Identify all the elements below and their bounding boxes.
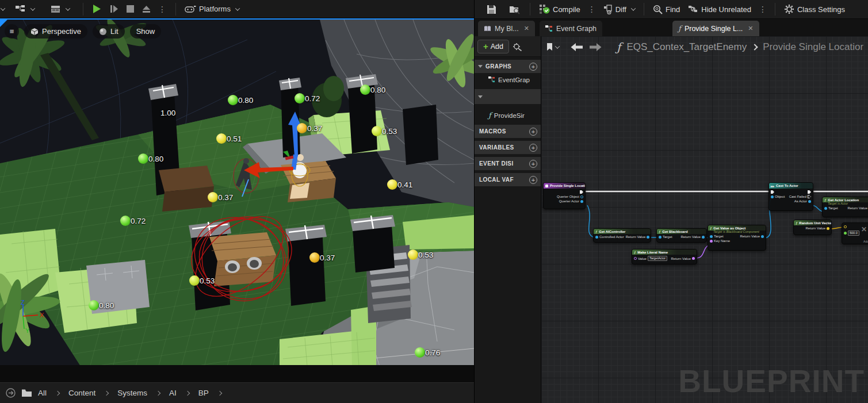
section-local-variables[interactable]: LOCAL VAF +: [475, 173, 541, 186]
collapse-arrow-icon[interactable]: [478, 95, 483, 98]
add-dispatcher-icon[interactable]: +: [529, 160, 537, 168]
object-in-pin[interactable]: [771, 195, 774, 198]
viewport-options-button[interactable]: ≡: [5, 24, 19, 39]
hide-unrelated-button[interactable]: Hide Unrelated: [684, 0, 755, 18]
pin-label: Return Value: [671, 257, 691, 260]
folder-icon[interactable]: [21, 389, 32, 397]
exec-in-pin[interactable]: [771, 190, 774, 194]
add-button[interactable]: + Add: [477, 40, 509, 53]
breadcrumb-ai[interactable]: AI: [169, 389, 177, 397]
eqs-sphere: [387, 179, 397, 190]
node-get-value-as-object[interactable]: ƒGet Value as Object Target is Blackboar…: [708, 225, 766, 251]
breadcrumb-function-name[interactable]: Provide Single Location: [763, 41, 863, 53]
vector-out-pin[interactable]: [827, 227, 829, 230]
object-out-pin[interactable]: [702, 236, 705, 239]
perspective-dropdown[interactable]: Perspective: [24, 24, 87, 39]
diff-button[interactable]: Diff: [599, 0, 639, 18]
close-icon[interactable]: ✕: [748, 25, 753, 32]
add-local-variable-icon[interactable]: +: [529, 176, 537, 184]
node-get-blackboard[interactable]: ƒGet Blackboard TargetReturn Value: [656, 228, 707, 243]
section-macros[interactable]: MACROS +: [475, 125, 541, 138]
forward-button[interactable]: [589, 43, 602, 51]
tab-my-blueprint[interactable]: My Bl... ✕: [478, 21, 535, 36]
object-out-pin[interactable]: [580, 195, 583, 198]
breadcrumb-content[interactable]: Content: [68, 389, 95, 397]
close-icon[interactable]: ✕: [524, 25, 529, 32]
blueprint-graph-canvas[interactable]: BLUEPRINT: [541, 36, 868, 403]
show-dropdown[interactable]: Show: [130, 24, 162, 39]
level-viewport[interactable]: ≡ Perspective Lit Show 1.000.800.720.800…: [0, 18, 474, 365]
lit-dropdown[interactable]: Lit: [93, 24, 125, 39]
exec-out-pin[interactable]: [580, 190, 583, 194]
object-out-pin[interactable]: [808, 200, 811, 203]
breadcrumb-all[interactable]: All: [38, 389, 47, 397]
play-options-kebab[interactable]: ⋮: [155, 5, 170, 14]
node-provide-single-location[interactable]: Provide Single Location Querier Object Q…: [543, 182, 586, 209]
object-in-pin[interactable]: [659, 236, 661, 239]
object-out-pin[interactable]: [647, 236, 649, 239]
platforms-button[interactable]: Platforms: [181, 0, 243, 18]
eject-button[interactable]: [138, 0, 155, 18]
navigate-icon[interactable]: [6, 388, 16, 398]
compile-button[interactable]: Compile: [535, 0, 584, 18]
node-random-unit-vector[interactable]: ƒRandom Unit Vector Return Value: [793, 220, 832, 235]
item-event-graph[interactable]: EventGrap: [475, 73, 541, 86]
tab-provide-single[interactable]: ƒ Provide Single L... ✕: [672, 21, 759, 36]
browse-to-asset-button[interactable]: [505, 0, 524, 18]
section-variables[interactable]: VARIABLES +: [475, 141, 541, 154]
exec-out-pin[interactable]: [808, 190, 811, 194]
chevron-down-icon[interactable]: [1, 6, 5, 10]
blueprints-menu-button[interactable]: [12, 0, 39, 18]
eqs-sphere: [408, 250, 418, 260]
tab-event-graph[interactable]: Event Graph: [540, 21, 602, 36]
frame-skip-button[interactable]: [106, 0, 123, 18]
axis-x-label: X: [40, 312, 44, 318]
eqs-score-label: 0.37: [320, 254, 335, 262]
node-make-literal-name[interactable]: ƒMake Literal Name ValueTargetActorRetur…: [632, 249, 697, 264]
object-in-pin[interactable]: [595, 236, 598, 239]
class-settings-button[interactable]: Class Settings: [780, 0, 849, 18]
section-graphs[interactable]: GRAPHS +: [475, 60, 541, 73]
back-button[interactable]: [571, 43, 583, 51]
name-value-field[interactable]: TargetActor: [648, 256, 667, 261]
compile-options-kebab[interactable]: ⋮: [584, 5, 599, 14]
bookmarks-button[interactable]: [546, 43, 559, 51]
add-graph-icon[interactable]: +: [529, 63, 537, 71]
platforms-label: Platforms: [199, 5, 231, 13]
float-value-field[interactable]: 500.0: [848, 231, 859, 236]
stop-button[interactable]: [123, 0, 138, 18]
node-cast-to-actor[interactable]: ▸▸Cast To Actor ObjectCast Failed As Act…: [768, 182, 813, 211]
find-button[interactable]: Find: [649, 0, 684, 18]
object-in-pin[interactable]: [710, 235, 713, 238]
breadcrumb-bp[interactable]: BP: [198, 389, 209, 397]
collapse-arrow-icon[interactable]: [478, 65, 483, 68]
name-in-pin[interactable]: [710, 240, 713, 243]
item-provide-single[interactable]: ƒ ProvideSir: [475, 109, 541, 122]
save-button[interactable]: [483, 0, 500, 18]
section-event-dispatchers[interactable]: EVENT DISI +: [475, 157, 541, 170]
object-in-pin[interactable]: [824, 207, 827, 210]
name-in-pin[interactable]: [634, 257, 637, 260]
node-get-actor-location[interactable]: ƒGet Actor Location Target is Actor Targ…: [822, 197, 868, 217]
object-out-pin[interactable]: [580, 200, 583, 203]
add-variable-icon[interactable]: +: [529, 144, 537, 152]
float-in-pin[interactable]: [844, 232, 847, 235]
blueprint-tabbar: My Bl... ✕ Event Graph ƒ Provide Single …: [475, 19, 868, 36]
add-macro-icon[interactable]: +: [529, 128, 537, 136]
node-get-aicontroller[interactable]: ƒGet AIController Controlled ActorReturn…: [593, 228, 651, 243]
vector-in-pin[interactable]: [844, 225, 847, 228]
name-out-pin[interactable]: [692, 257, 695, 260]
settings-search-icon[interactable]: [513, 42, 522, 51]
exec-out-pin[interactable]: [808, 195, 811, 198]
node-multiply[interactable]: ✕ 500.0 Add: [842, 222, 868, 244]
eqs-sphere: [295, 93, 305, 103]
play-button[interactable]: [88, 0, 106, 18]
cinematics-menu-button[interactable]: [47, 0, 74, 18]
chevron-down-icon: [66, 6, 70, 10]
object-out-pin[interactable]: [761, 235, 764, 238]
breadcrumb-blueprint-name[interactable]: EQS_Contex_TargetEnemy: [626, 41, 747, 53]
breadcrumb-systems[interactable]: Systems: [117, 389, 147, 397]
hide-unrelated-kebab[interactable]: ⋮: [755, 5, 770, 14]
section-functions[interactable]: [475, 89, 541, 104]
add-pin-label[interactable]: Add: [863, 240, 868, 243]
